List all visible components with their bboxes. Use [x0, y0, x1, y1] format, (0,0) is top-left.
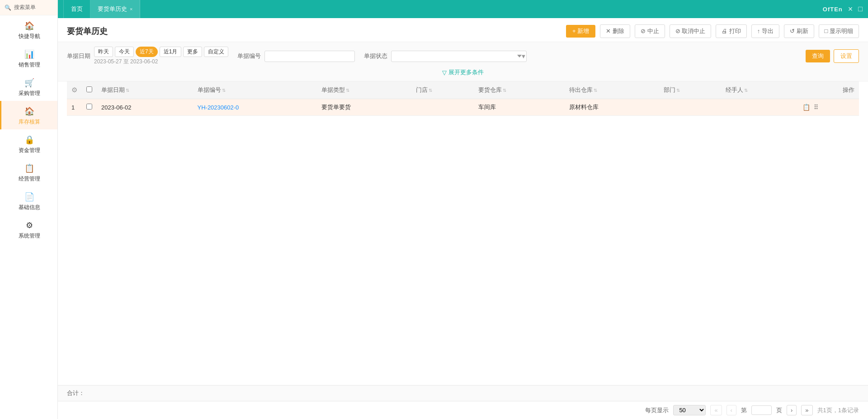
sidebar-item-quick-nav[interactable]: 🏠 快捷导航 — [0, 15, 57, 44]
topbar-logo: OfTEn — [823, 6, 843, 13]
cell-pending-wh-0: 原材料仓库 — [565, 99, 659, 116]
date-buttons-row: 昨天今天近7天近1月更多自定义 — [94, 47, 228, 57]
date-btn-yesterday[interactable]: 昨天 — [94, 47, 113, 57]
th-store: 门店⇅ — [411, 81, 474, 99]
doc-no-filter-group: 单据编号 — [237, 51, 355, 62]
display-detail-button[interactable]: □ 显示明细 — [819, 24, 859, 38]
cell-checkbox-0 — [82, 99, 97, 116]
query-button[interactable]: 查询 — [806, 50, 830, 62]
row-checkbox-0[interactable] — [86, 104, 92, 110]
doc-no-input[interactable] — [264, 51, 355, 62]
date-btn-more[interactable]: 更多 — [183, 47, 202, 57]
tab-close-requisition-history[interactable]: × — [130, 6, 132, 12]
sidebar-item-system[interactable]: ⚙ 系统管理 — [0, 215, 57, 243]
sidebar-search[interactable]: 🔍 搜索菜单 — [0, 0, 57, 15]
date-filter-label: 单据日期 — [67, 52, 90, 60]
sidebar-item-base-info[interactable]: 📄 基础信息 — [0, 186, 57, 215]
sidebar-item-purchase[interactable]: 🛒 采购管理 — [0, 72, 57, 101]
select-all-checkbox[interactable] — [86, 86, 92, 92]
sidebar-item-finance[interactable]: 🔒 资金管理 — [0, 129, 57, 158]
topbar-tab-requisition-history[interactable]: 要货单历史 × — [90, 0, 140, 18]
th-doc-type: 单据类型⇅ — [317, 81, 411, 99]
system-icon: ⚙ — [26, 220, 33, 230]
table-header-row: ⚙ 单据日期⇅ 单据编号⇅ 单据类型⇅ 门店⇅ 要货仓库⇅ 待出仓库⇅ 部门⇅ … — [67, 81, 859, 99]
th-req-wh-sort-icon[interactable]: ⇅ — [503, 88, 506, 93]
last-page-btn[interactable]: » — [801, 405, 812, 415]
th-department: 部门⇅ — [659, 81, 722, 99]
th-doc-type-label: 单据类型 — [321, 86, 345, 93]
th-actions-label: 操作 — [843, 86, 854, 93]
finance-icon: 🔒 — [24, 135, 34, 145]
page-title: 要货单历史 — [67, 26, 108, 37]
operations-icon: 📋 — [24, 163, 34, 173]
action-more-0[interactable]: ⠿ — [814, 104, 818, 111]
th-checkbox — [82, 81, 97, 99]
sidebar-item-inventory[interactable]: 🏠 库存核算 — [0, 101, 57, 129]
print-button[interactable]: 🖨 打印 — [716, 24, 747, 38]
new-button[interactable]: + 新增 — [566, 25, 595, 38]
th-actions: 操作 — [798, 81, 859, 99]
date-filter-btns: 昨天今天近7天近1月更多自定义 2023-05-27 至 2023-06-02 — [94, 47, 228, 66]
sidebar-search-label: 搜索菜单 — [14, 4, 36, 11]
cell-index-0: 1 — [67, 99, 82, 116]
current-page-input[interactable]: 1 — [751, 405, 772, 415]
cell-docno-0: YH-20230602-0 — [193, 99, 317, 116]
th-handler: 经手人⇅ — [721, 81, 798, 99]
sidebar-item-sales[interactable]: 📊 销售管理 — [0, 44, 57, 72]
topbar-right: OfTEn × □ — [823, 5, 863, 14]
doc-no-link-0[interactable]: YH-20230602-0 — [198, 104, 239, 111]
th-handler-sort-icon[interactable]: ⇅ — [744, 88, 748, 93]
inventory-icon: 🏠 — [24, 106, 34, 116]
export-button[interactable]: ↑ 导出 — [751, 24, 779, 38]
cell-dept-0 — [659, 99, 722, 116]
topbar-maximize-btn[interactable]: □ — [858, 5, 863, 13]
sidebar-label-quick-nav: 快捷导航 — [19, 33, 40, 40]
base-info-icon: 📄 — [24, 192, 34, 202]
sidebar-label-purchase: 采购管理 — [19, 90, 40, 97]
th-store-sort-icon[interactable]: ⇅ — [429, 88, 432, 93]
th-date-sort-icon[interactable]: ⇅ — [126, 88, 129, 93]
th-dept-sort-icon[interactable]: ⇅ — [676, 88, 680, 93]
page-prefix: 第 — [741, 406, 747, 414]
cell-req-wh-0: 车间库 — [474, 99, 565, 116]
sidebar-item-operations[interactable]: 📋 经营管理 — [0, 158, 57, 186]
cell-actions-0: 📋 ⠿ — [798, 99, 859, 116]
settings-button[interactable]: 设置 — [834, 49, 859, 63]
date-btn-today[interactable]: 今天 — [115, 47, 134, 57]
per-page-label: 每页显示 — [645, 406, 669, 414]
date-btn-custom[interactable]: 自定义 — [204, 47, 228, 57]
doc-status-filter-group: 单据状态 ▼ — [364, 51, 797, 62]
expand-more-label: 展开更多条件 — [448, 68, 484, 76]
date-filter-group: 单据日期 昨天今天近7天近1月更多自定义 2023-05-27 至 2023-0… — [67, 47, 228, 66]
stop-button[interactable]: ⊘ 中止 — [635, 24, 665, 38]
th-doctype-sort-icon[interactable]: ⇅ — [346, 88, 349, 93]
date-btn-last1month[interactable]: 近1月 — [160, 47, 182, 57]
th-docno-sort-icon[interactable]: ⇅ — [222, 88, 226, 93]
topbar-close-btn[interactable]: × — [848, 5, 853, 14]
doc-status-select[interactable] — [391, 51, 527, 62]
th-pending-wh-sort-icon[interactable]: ⇅ — [594, 88, 597, 93]
toolbar: + 新增 ✕ 删除 ⊘ 中止 ⊘ 取消中止 🖨 打印 ↑ 导出 ↺ 刷新 □ 显… — [566, 24, 859, 38]
filter-row: 单据日期 昨天今天近7天近1月更多自定义 2023-05-27 至 2023-0… — [67, 47, 859, 66]
th-handler-label: 经手人 — [726, 86, 743, 93]
prev-page-btn[interactable]: ‹ — [726, 405, 736, 415]
purchase-icon: 🛒 — [24, 78, 34, 88]
th-pending-warehouse: 待出仓库⇅ — [565, 81, 659, 99]
th-req-warehouse: 要货仓库⇅ — [474, 81, 565, 99]
sidebar-label-operations: 经营管理 — [19, 175, 40, 183]
pagination-info: 共1页，1条记录 — [817, 406, 859, 414]
action-view-0[interactable]: 📋 — [802, 104, 810, 111]
expand-more[interactable]: ▽ 展开更多条件 — [67, 68, 859, 76]
delete-button[interactable]: ✕ 删除 — [600, 24, 630, 38]
cancel-stop-button[interactable]: ⊘ 取消中止 — [670, 24, 712, 38]
date-btn-last7days[interactable]: 近7天 — [136, 47, 158, 57]
date-range-text: 2023-05-27 至 2023-06-02 — [94, 58, 228, 66]
th-req-wh-label: 要货仓库 — [478, 86, 502, 93]
topbar-tab-home[interactable]: 首页 — [63, 0, 90, 18]
first-page-btn[interactable]: « — [710, 405, 722, 415]
per-page-select[interactable]: 102050100 — [673, 405, 706, 415]
table-settings-gear[interactable]: ⚙ — [71, 86, 77, 94]
next-page-btn[interactable]: › — [787, 405, 797, 415]
sidebar-label-system: 系统管理 — [19, 232, 40, 240]
refresh-button[interactable]: ↺ 刷新 — [784, 24, 814, 38]
